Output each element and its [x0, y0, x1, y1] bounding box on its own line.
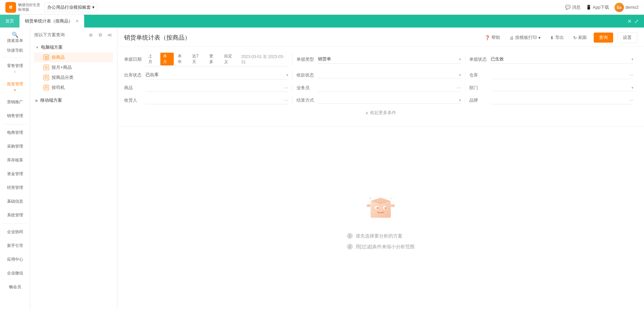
scheme-group-pc-header[interactable]: ▼ 电脑端方案 [34, 42, 113, 52]
sidebar-item-retail-label: 零售管理 [7, 63, 23, 69]
sidebar-item-inventory[interactable]: 库存核算 [1, 154, 29, 166]
filter-col-docstatus: 单据状态 已生效 ▾ [469, 55, 637, 64]
refresh-label: 刷新 [578, 35, 587, 41]
sidebar-item-operations[interactable]: 经营管理 [1, 182, 29, 194]
empty-state-icon: ✦ ✦ ✦ [361, 184, 401, 224]
staff-more-icon[interactable]: ··· [457, 85, 461, 90]
date-btn-thisyear[interactable]: 本年 [175, 53, 189, 65]
sidebar-item-finance[interactable]: 资金管理 [1, 168, 29, 180]
tab-home[interactable]: 首页 [0, 15, 19, 28]
sidebar-item-newguide-label: 新手引导 [7, 243, 23, 249]
dept-select[interactable]: ▾ [491, 85, 633, 91]
sidebar-item-procurement[interactable]: 采购管理 [1, 140, 29, 153]
tab-sales-stats-label: 销货单统计表（按商品） [25, 18, 73, 24]
product-more-icon[interactable]: ··· [284, 85, 288, 90]
scheme-item-by-category[interactable]: 回 按商品分类 [34, 72, 113, 83]
date-btn-custom[interactable]: 自定义 [221, 53, 239, 65]
sidebar-item-corpwechat[interactable]: 企业微信 [1, 267, 29, 279]
tab-fullscreen-icon[interactable]: ⤢ [634, 18, 639, 24]
workspace-selector[interactable]: 办公用品行业模拟账套 ▾ [44, 3, 98, 12]
scheme-item-by-month-product[interactable]: 份 按月+商品 [34, 62, 113, 72]
add-scheme-button[interactable]: ⊕ [88, 32, 94, 38]
sidebar-item-marketing[interactable]: 营销推广 [1, 96, 29, 108]
tab-sales-stats[interactable]: 销货单统计表（按商品） ✕ [19, 15, 84, 28]
mobile-group-arrow-icon: ▶ [36, 99, 38, 102]
sidebar-quick-nav[interactable]: 快捷导航 [0, 46, 30, 56]
sidebar-search-label: 搜索菜单 [7, 38, 23, 43]
refresh-icon: ↻ [573, 35, 577, 40]
help-button[interactable]: ❓ 帮助 [482, 33, 503, 42]
brand-more-icon[interactable]: ··· [629, 97, 633, 103]
page-title-bar: 销货单统计表（按商品） ❓ 帮助 🖨 按模板打印 ▾ [117, 28, 644, 47]
download-label: App下载 [593, 4, 609, 10]
sidebar-item-basic[interactable]: 基础信息 [1, 195, 29, 208]
filter-col-warehouse: 仓库 ··· [469, 71, 637, 79]
message-action[interactable]: 💬 消息 [565, 4, 581, 10]
brand-line2: 标准版 [18, 7, 40, 12]
staff-input[interactable]: ··· [318, 84, 461, 92]
sidebar-item-sales-label: 销售管理 [7, 113, 23, 119]
empty-state: ✦ ✦ ✦ 1 请先选择要分析的方案 2 用[过滤]条件来缩小分析范围 [117, 127, 644, 310]
top-nav-left: 橙 畅捷信好生意 标准版 办公用品行业模拟账套 ▾ [5, 2, 98, 13]
template-print-button[interactable]: 🖨 按模板打印 ▾ [507, 33, 543, 42]
product-label: 商品 [124, 85, 143, 91]
workspace-label: 办公用品行业模拟账套 [47, 4, 91, 10]
settings-scheme-button[interactable]: ⚙ [97, 32, 104, 38]
sidebar-item-procurement-label: 采购管理 [7, 144, 23, 149]
outstatus-label: 出库状态 [124, 72, 143, 78]
query-button[interactable]: 查询 [594, 33, 613, 43]
sidebar-item-wholesale[interactable]: 批发管理 ▲ [1, 78, 29, 95]
settings-button[interactable]: 设置 [617, 32, 637, 43]
empty-tip-2-label: 用[过滤]条件来缩小分析范围 [356, 242, 415, 251]
sidebar-item-ecommerce[interactable]: 电商管理 [1, 126, 29, 139]
sidebar-item-retail[interactable]: 零售管理 ▲ [1, 60, 29, 76]
docstatus-label: 单据状态 [469, 56, 488, 62]
warehouse-more-icon[interactable]: ··· [629, 72, 633, 78]
collapse-label: 收起更多条件 [370, 110, 396, 116]
tab-bar: 首页 销货单统计表（按商品） ✕ ✕ ⤢ [0, 15, 644, 28]
receiver-more-icon[interactable]: ··· [284, 97, 288, 103]
export-button[interactable]: ⬇ 导出 [547, 33, 567, 42]
sidebar-item-system[interactable]: 系统管理 [1, 209, 29, 221]
refresh-button[interactable]: ↻ 刷新 [571, 33, 590, 42]
collapse-btn[interactable]: ∧ 收起更多条件 [365, 107, 396, 118]
doctype-select[interactable]: 销货单 ▾ [318, 55, 461, 64]
warehouse-input[interactable]: ··· [491, 71, 633, 79]
scheme-group-mobile-header[interactable]: ▶ 移动端方案 [34, 95, 113, 105]
sidebar-item-member[interactable]: 畅会员 [1, 281, 29, 293]
svg-text:✦: ✦ [369, 196, 372, 200]
svg-rect-6 [391, 204, 395, 207]
docstatus-select[interactable]: 已生效 ▾ [491, 55, 633, 64]
brand-label: 品牌 [469, 97, 488, 103]
user-action[interactable]: Ea demo2 [614, 3, 639, 12]
date-btn-7days[interactable]: 近7天 [190, 53, 205, 65]
filter-area: 销货单统计表（按商品） ❓ 帮助 🖨 按模板打印 ▾ [117, 28, 644, 310]
svg-point-3 [377, 207, 378, 209]
download-action[interactable]: 📱 App下载 [586, 4, 609, 10]
sidebar-item-enterprise[interactable]: 企业协同 [1, 226, 29, 238]
receiptstatus-label: 收款状态 [297, 72, 315, 78]
product-input[interactable]: ··· [146, 84, 288, 92]
sidebar-item-sales[interactable]: 销售管理 [1, 110, 29, 122]
scheme-icon-by-cashier: 回 [44, 85, 49, 90]
outstatus-select[interactable]: 已出库 ▾ [146, 70, 288, 80]
receiptstatus-select[interactable]: ▾ [318, 72, 461, 79]
scheme-item-by-product[interactable]: 按 按商品 [34, 52, 113, 62]
collapse-panel-button[interactable]: ≪ [106, 32, 113, 38]
sidebar-item-member-label: 畅会员 [9, 284, 21, 290]
tab-close-window-icon[interactable]: ✕ [627, 18, 632, 24]
paymethod-select[interactable]: ▾ [318, 97, 461, 104]
date-btn-lastmonth[interactable]: 上月 [146, 53, 159, 65]
sidebar-item-appcenter[interactable]: 应用中心 [1, 253, 29, 266]
receiver-input[interactable]: ··· [146, 96, 288, 104]
outstatus-chevron-icon: ▾ [286, 73, 288, 77]
scheme-item-by-cashier[interactable]: 回 按司机 [34, 83, 113, 93]
tab-close-icon[interactable]: ✕ [75, 19, 79, 23]
docstatus-chevron-icon: ▾ [632, 57, 633, 61]
sidebar-search[interactable]: 🔍 搜索菜单 [0, 28, 30, 46]
message-label: 消息 [572, 4, 581, 10]
brand-input[interactable]: ··· [491, 96, 633, 104]
sidebar-item-newguide[interactable]: 新手引导 [1, 240, 29, 252]
date-btn-thismonth[interactable]: 本月 [160, 53, 174, 65]
date-btn-more[interactable]: 更多 [207, 53, 220, 65]
